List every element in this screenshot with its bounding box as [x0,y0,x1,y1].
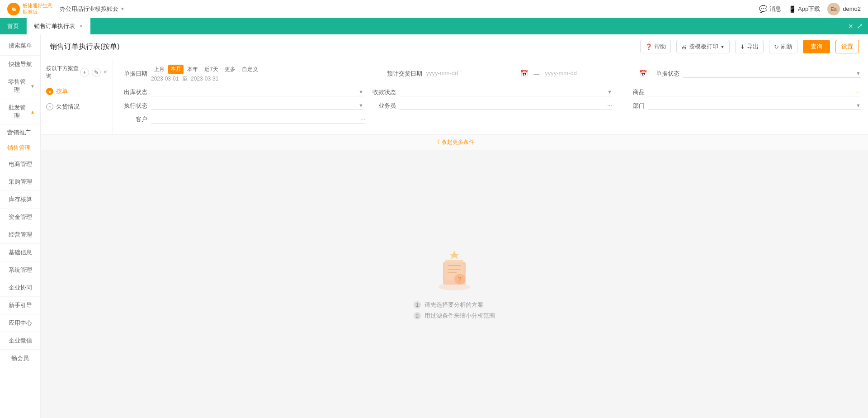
date-tab-more[interactable]: 更多 [222,65,238,74]
out-status-input[interactable] [151,88,357,95]
payment-status-input[interactable] [400,88,605,95]
sidebar-item-app-center[interactable]: 应用中心 [0,314,40,332]
out-status-select-group: ▼ [151,88,363,96]
filter-panel: 按以下方案查询 + ✎ « ● 按单 ○ 欠货情况 [41,59,868,150]
header-right: 💬 消息 📱 App下载 Ea demo2 [759,3,861,15]
close-window-icon[interactable]: × [848,22,853,30]
dept-chevron-icon[interactable]: ▼ [856,103,861,108]
settings-button[interactable]: 设置 [835,40,859,53]
status-chevron-icon[interactable]: ▼ [856,71,861,76]
top-header: 畅 畅捷通好生意 标准版 办公用品行业模拟账套 ▼ 💬 消息 📱 App下载 E… [0,0,868,18]
exec-status-chevron-icon[interactable]: ▼ [359,103,363,108]
date-tab-last-month[interactable]: 上月 [151,65,167,74]
salesperson-input[interactable] [400,102,605,109]
payment-chevron-icon[interactable]: ▼ [607,89,612,95]
empty-state: ? 1 请先选择要分析的方案 2 用过滤条件来缩小分析范围 [41,150,868,418]
filter-field-date: 单据日期 上月 本月 本年 近7天 更多 自定义 [120,65,381,83]
sidebar-item-system[interactable]: 系统管理 [0,261,40,279]
date-tab-last-7days[interactable]: 近7天 [202,65,221,74]
filter-field-salesperson: 业务员 ··· [369,102,612,110]
filter-row-2: 出库状态 ▼ 收款状态 ▼ [120,88,861,96]
tab-home[interactable]: 首页 [0,18,27,34]
scheme-item-按单[interactable]: ● 按单 [41,84,113,99]
user-area[interactable]: Ea demo2 [827,3,861,15]
status-input[interactable] [683,70,854,76]
calendar-start-icon[interactable]: 📅 [520,70,528,77]
app-download-action[interactable]: 📱 App下载 [788,5,820,13]
date-tab-custom[interactable]: 自定义 [239,65,261,74]
empty-tip-2: 2 用过滤条件来缩小分析范围 [414,312,495,320]
expected-date-start-input[interactable] [426,70,519,76]
expected-date-start-group: 📅 [426,70,528,78]
collapse-schemes-button[interactable]: « [104,68,107,77]
sidebar-item-basic[interactable]: 基础信息 [0,244,40,261]
sidebar-item-ops[interactable]: 经营管理 [0,226,40,244]
date-label: 单据日期 [120,70,147,78]
customer-input-group: ··· [151,115,365,124]
exec-status-label: 执行状态 [120,102,147,110]
sidebar-sub-marketing[interactable]: 营销推广 [0,125,40,140]
customer-more-button[interactable]: ··· [360,115,365,122]
sidebar-item-newbie[interactable]: 新手引导 [0,297,40,314]
customer-input[interactable] [151,115,359,122]
date-tab-current-year[interactable]: 本年 [184,65,201,74]
sidebar-sub-sales[interactable]: 销售管理 [0,140,40,156]
dept-select-group: ▼ [648,102,861,110]
maximize-icon[interactable]: ⤢ [857,23,863,30]
print-icon: 🖨 [681,43,687,50]
system-dropdown[interactable]: 办公用品行业模拟账套 ▼ [56,3,128,15]
expected-date-end-input[interactable] [545,70,637,76]
filter-field-goods: 商品 ··· [618,88,861,96]
edit-scheme-button[interactable]: ✎ [92,68,101,77]
scheme-actions: + ✎ « [80,68,107,77]
message-action[interactable]: 💬 消息 [759,5,781,13]
calendar-end-icon[interactable]: 📅 [639,70,647,77]
refresh-button[interactable]: ↻ 刷新 [769,40,797,53]
header-left: 畅 畅捷通好生意 标准版 办公用品行业模拟账套 ▼ [7,3,128,15]
goods-input[interactable] [648,88,854,95]
sidebar-item-enterprise-wechat[interactable]: 企业微信 [0,332,40,350]
print-button[interactable]: 🖨 按模板打印 ▼ [676,40,730,53]
sidebar-item-vip[interactable]: 畅会员 [0,350,40,367]
date-tab-current-month[interactable]: 本月 [168,65,184,74]
filter-field-dept: 部门 ▼ [618,102,861,110]
tab-sales-exec[interactable]: 销售订单执行表 × [27,18,90,34]
filter-field-expected-date: 预计交货日期 📅 — 📅 [386,70,646,78]
sidebar-item-inventory[interactable]: 库存核算 [0,191,40,209]
dept-input[interactable] [648,102,854,109]
scheme-item-欠货情况[interactable]: ○ 欠货情况 [41,99,113,114]
out-status-chevron-icon[interactable]: ▼ [359,89,363,95]
dept-label: 部门 [618,102,645,110]
collapse-icon: 《 [434,138,440,146]
salesperson-more-button[interactable]: ··· [607,102,612,109]
sidebar-item-enterprise-coop[interactable]: 企业协同 [0,279,40,297]
help-button[interactable]: ❓ 帮助 [640,40,671,53]
collapse-conditions-button[interactable]: 《 收起更多条件 [41,134,868,150]
sidebar-item-quick-nav[interactable]: 快捷导航 [0,56,40,73]
main-layout: 搜索菜单 快捷导航 零售管理 ▼ 批发管理 ▲ 营销推广 销售管理 电商管理 采… [0,34,868,418]
tab-close-icon[interactable]: × [80,23,83,29]
sidebar-item-purchase[interactable]: 采购管理 [0,173,40,191]
sidebar-item-finance[interactable]: 资金管理 [0,209,40,226]
user-name[interactable]: demo2 [843,5,861,12]
add-scheme-button[interactable]: + [80,68,89,77]
query-button[interactable]: 查询 [803,40,830,53]
search-menu-button[interactable]: 搜索菜单 [4,39,37,52]
page-header: 销售订单执行表(按单) ❓ 帮助 🖨 按模板打印 ▼ ⬇ 导出 ↻ 刷新 [41,34,868,59]
exec-status-input[interactable] [151,102,357,109]
payment-status-select-group: ▼ [400,88,612,96]
sidebar-item-ecommerce[interactable]: 电商管理 [0,156,40,173]
expected-date-end-group: 📅 [545,70,647,78]
exec-status-select-group: ▼ [151,102,363,110]
sidebar-item-wholesale[interactable]: 批发管理 ▲ [0,99,40,125]
filter-field-payment-status: 收款状态 ▼ [369,88,612,96]
filter-schemes-header: 按以下方案查询 + ✎ « [41,65,113,84]
chevron-up-icon: ▲ [30,109,35,114]
goods-more-button[interactable]: ··· [856,88,861,95]
content-area: 销售订单执行表(按单) ❓ 帮助 🖨 按模板打印 ▼ ⬇ 导出 ↻ 刷新 [41,34,868,418]
export-button[interactable]: ⬇ 导出 [735,40,764,53]
date-tabs: 上月 本月 本年 近7天 更多 自定义 [151,65,381,74]
filter-field-customer: 客户 ··· [120,115,365,124]
sidebar-item-retail[interactable]: 零售管理 ▼ [0,73,40,99]
tip-num-1: 1 [414,301,421,309]
